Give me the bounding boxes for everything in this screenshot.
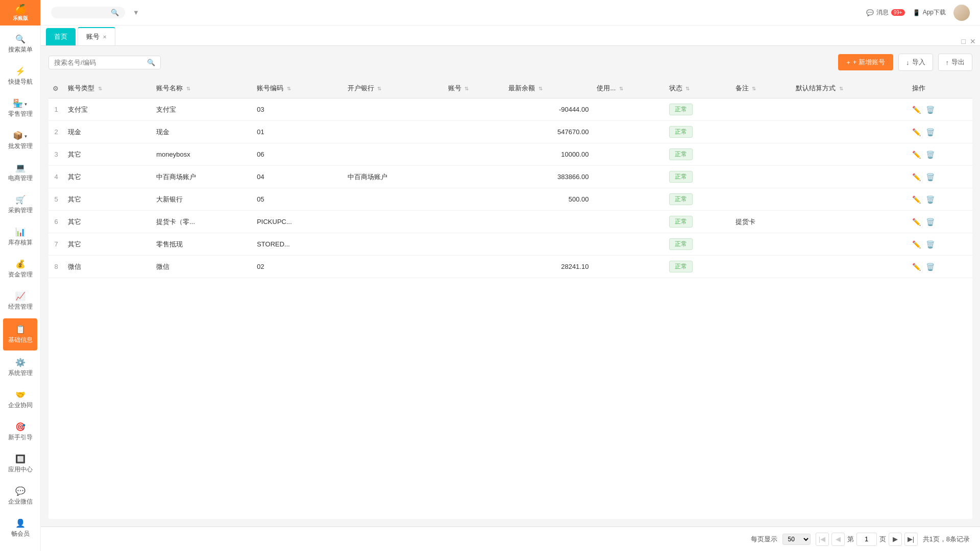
app-download-button[interactable]: 📱 App下载 (913, 8, 946, 17)
delete-icon[interactable]: 🗑️ (926, 263, 935, 271)
sidebar-item-ecommerce[interactable]: 💻 电商管理 (0, 157, 40, 189)
prev-page-button[interactable]: ◀ (831, 533, 845, 546)
sidebar-item-basic-info[interactable]: 📋 基础信息 (3, 318, 37, 350)
col-code[interactable]: 账号编码 ⇅ (253, 79, 343, 98)
tab-account-label: 账号 (86, 32, 100, 41)
tab-account[interactable]: 账号 ✕ (78, 27, 115, 45)
sidebar-item-search[interactable]: 🔍 搜索菜单 (0, 28, 40, 60)
row-name: 零售抵现 (152, 233, 253, 256)
row-type: 微信 (64, 256, 152, 278)
topbar-search-input[interactable] (57, 9, 108, 16)
user-avatar[interactable] (953, 5, 970, 21)
message-button[interactable]: 💬 消息 99+ (866, 8, 905, 17)
row-bank: 中百商场账户 (344, 166, 444, 188)
sidebar-item-wechat[interactable]: 💬 企业微信 (0, 480, 40, 512)
page-size-select[interactable]: 50 100 (782, 534, 811, 545)
sidebar-item-label: 畅会员 (11, 530, 30, 538)
accounts-table: ⚙ 账号类型 ⇅ 账号名称 ⇅ 账号编码 ⇅ (48, 79, 972, 278)
edit-icon[interactable]: ✏️ (912, 106, 921, 114)
row-index: 7 (48, 233, 64, 256)
row-usage (593, 188, 665, 211)
export-button[interactable]: ↑ 导出 (938, 54, 973, 71)
sidebar-item-retail[interactable]: 🏪 ▼ 零售管理 (0, 92, 40, 124)
delete-icon[interactable]: 🗑️ (926, 151, 935, 159)
edit-icon[interactable]: ✏️ (912, 151, 921, 159)
topbar-search[interactable]: 🔍 (51, 7, 125, 18)
col-status[interactable]: 状态 ⇅ (665, 79, 731, 98)
first-page-button[interactable]: |◀ (816, 533, 829, 546)
edit-icon[interactable]: ✏️ (912, 263, 921, 271)
page-label: 第 (847, 535, 854, 544)
col-type[interactable]: 账号类型 ⇅ (64, 79, 152, 98)
row-remark (731, 121, 792, 143)
maximize-icon[interactable]: □ (962, 37, 966, 45)
sidebar-item-guide[interactable]: 🎯 新手引导 (0, 416, 40, 448)
wechat-icon: 💬 (15, 486, 26, 496)
col-remark[interactable]: 备注 ⇅ (731, 79, 792, 98)
edit-icon[interactable]: ✏️ (912, 173, 921, 181)
sidebar-nav: 🔍 搜索菜单 ⚡ 快捷导航 🏪 ▼ 零售管理 📦 ▼ 批发管理 💻 电商管理 (0, 26, 40, 551)
row-index: 6 (48, 211, 64, 233)
col-usage[interactable]: 使用... ⇅ (593, 79, 665, 98)
sidebar-item-inventory[interactable]: 📊 库存核算 (0, 221, 40, 253)
delete-icon[interactable]: 🗑️ (926, 195, 935, 204)
sidebar-item-finance[interactable]: 💰 资金管理 (0, 253, 40, 285)
sidebar-item-label: 企业微信 (8, 497, 33, 506)
topbar-dropdown-icon[interactable]: ▼ (133, 9, 139, 16)
delete-icon[interactable]: 🗑️ (926, 128, 935, 136)
row-settlement (792, 233, 908, 256)
add-account-button[interactable]: + + 新增账号 (838, 54, 893, 70)
sort-icon: ⇅ (98, 86, 102, 91)
col-settlement[interactable]: 默认结算方式 ⇅ (792, 79, 908, 98)
col-remark-label: 备注 (736, 84, 749, 92)
last-page-button[interactable]: ▶| (904, 533, 918, 546)
close-window-icon[interactable]: ✕ (970, 37, 976, 45)
edit-icon[interactable]: ✏️ (912, 218, 921, 226)
import-button[interactable]: ↓ 导入 (898, 54, 933, 71)
col-settlement-label: 默认结算方式 (796, 84, 836, 92)
sort-icon: ⇅ (839, 86, 843, 91)
table-search-input[interactable] (54, 59, 144, 66)
sidebar-item-wholesale[interactable]: 📦 ▼ 批发管理 (0, 124, 40, 157)
sidebar-item-purchase[interactable]: 🛒 采购管理 (0, 189, 40, 221)
row-index: 3 (48, 143, 64, 166)
sidebar-item-member[interactable]: 👤 畅会员 (0, 512, 40, 544)
sidebar-item-label: 基础信息 (8, 336, 33, 344)
col-account[interactable]: 账号 ⇅ (444, 79, 505, 98)
sidebar-item-system[interactable]: ⚙️ 系统管理 (0, 352, 40, 384)
edit-icon[interactable]: ✏️ (912, 240, 921, 248)
edit-icon[interactable]: ✏️ (912, 195, 921, 204)
table-search-box[interactable]: 🔍 (48, 56, 161, 69)
row-actions: ✏️ 🗑️ (908, 233, 972, 256)
row-index: 1 (48, 98, 64, 121)
row-remark (731, 143, 792, 166)
delete-icon[interactable]: 🗑️ (926, 240, 935, 248)
column-settings-icon[interactable]: ⚙ (53, 85, 59, 92)
delete-icon[interactable]: 🗑️ (926, 106, 935, 114)
row-balance: 383866.00 (504, 166, 593, 188)
tab-home[interactable]: 首页 (46, 28, 76, 45)
row-code: 02 (253, 256, 343, 278)
col-actions-label: 操作 (912, 84, 925, 92)
row-settlement (792, 143, 908, 166)
row-name: 大新银行 (152, 188, 253, 211)
sidebar-item-enterprise-collab[interactable]: 🤝 企业协同 (0, 384, 40, 416)
tab-close-icon[interactable]: ✕ (103, 34, 107, 40)
col-name[interactable]: 账号名称 ⇅ (152, 79, 253, 98)
sidebar-item-operations[interactable]: 📈 经营管理 (0, 285, 40, 317)
pagination-bar: 每页显示 50 100 |◀ ◀ 第 页 ▶ ▶| 共1页，8条记录 (41, 527, 980, 551)
col-balance[interactable]: 最新余额 ⇅ (504, 79, 593, 98)
sidebar-item-app-center[interactable]: 🔲 应用中心 (0, 448, 40, 480)
edit-icon[interactable]: ✏️ (912, 128, 921, 136)
table-row: 8 微信 微信 02 28241.10 正常 ✏️ 🗑️ (48, 256, 972, 278)
next-page-button[interactable]: ▶ (889, 533, 902, 546)
sidebar-item-shortcuts[interactable]: ⚡ 快捷导航 (0, 60, 40, 92)
col-bank[interactable]: 开户银行 ⇅ (344, 79, 444, 98)
delete-icon[interactable]: 🗑️ (926, 218, 935, 226)
row-balance: -90444.00 (504, 98, 593, 121)
sidebar-item-label: 快捷导航 (8, 78, 33, 86)
row-settlement (792, 211, 908, 233)
member-icon: 👤 (15, 518, 26, 528)
delete-icon[interactable]: 🗑️ (926, 173, 935, 181)
page-number-input[interactable] (856, 533, 877, 546)
